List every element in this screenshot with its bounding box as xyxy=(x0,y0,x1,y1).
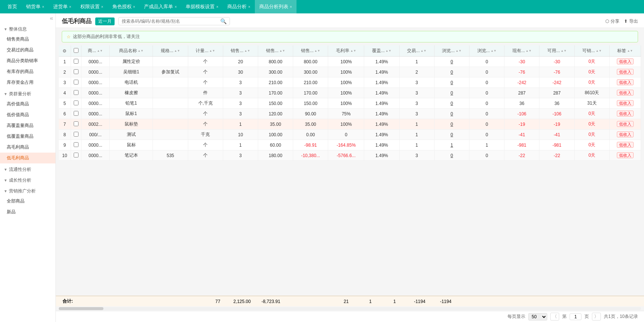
sidebar-item-销售类商品[interactable]: 销售类商品 xyxy=(0,34,55,45)
sidebar-item-库存资金占用[interactable]: 库存资金占用 xyxy=(0,77,55,88)
browse1-link[interactable]: 0 xyxy=(451,90,453,96)
horizontal-scrollbar[interactable] xyxy=(59,307,641,310)
cell-checkbox[interactable] xyxy=(71,98,81,109)
cell-browse1[interactable]: 0 xyxy=(434,119,469,130)
select-all-checkbox[interactable] xyxy=(74,48,79,53)
row-checkbox[interactable] xyxy=(74,153,79,157)
date-filter-tag[interactable]: 近一月 xyxy=(95,17,115,25)
nav-close-icon[interactable]: × xyxy=(216,5,218,9)
next-page-button[interactable]: 〉 xyxy=(592,313,601,321)
cell-browse1[interactable]: 0 xyxy=(434,98,469,109)
col-trade-count[interactable]: 交易...▲▼ xyxy=(399,45,434,57)
sidebar-item-高价值商品[interactable]: 高价值商品 xyxy=(0,99,55,109)
nav-close-icon[interactable]: × xyxy=(69,5,71,9)
nav-close-icon[interactable]: × xyxy=(42,5,44,9)
cell-checkbox[interactable] xyxy=(71,130,81,140)
browse1-link[interactable]: 0 xyxy=(451,111,453,117)
cell-browse1[interactable]: 0 xyxy=(434,77,469,88)
col-saleable[interactable]: 可销...▲▼ xyxy=(574,45,609,57)
search-input[interactable] xyxy=(122,19,220,24)
sidebar-group-流通性分析[interactable]: ▼流通性分析 xyxy=(0,163,55,174)
cell-checkbox[interactable] xyxy=(71,140,81,150)
nav-item-权限设置[interactable]: 权限设置× xyxy=(76,0,108,13)
sidebar-item-交易过的商品[interactable]: 交易过的商品 xyxy=(0,45,55,55)
sidebar-group-整体信息[interactable]: ▼整体信息 xyxy=(0,23,55,34)
cell-browse1[interactable]: 0 xyxy=(434,57,469,67)
browse1-link[interactable]: 0 xyxy=(451,59,453,64)
nav-item-产成品入库单[interactable]: 产成品入库单× xyxy=(140,0,181,13)
sidebar-item-低毛利商品[interactable]: 低毛利商品 xyxy=(0,153,55,163)
col-tag[interactable]: 标签▲▼ xyxy=(609,45,641,57)
export-button[interactable]: ⬆ 导出 xyxy=(624,18,638,25)
cell-checkbox[interactable] xyxy=(71,77,81,88)
cell-browse1[interactable]: 0 xyxy=(434,67,469,77)
col-gross-rate[interactable]: 毛利率▲▼ xyxy=(328,45,364,57)
col-sales-price[interactable]: 销售...▲▼ xyxy=(258,45,293,57)
col-cover-rate[interactable]: 覆盖...▲▼ xyxy=(364,45,399,57)
col-code[interactable]: 商...▲▼ xyxy=(81,45,110,57)
sidebar-item-低价值商品[interactable]: 低价值商品 xyxy=(0,109,55,120)
scrollbar-thumb[interactable] xyxy=(59,307,103,310)
nav-close-icon[interactable]: × xyxy=(290,5,292,9)
sidebar-item-商品分类助销率[interactable]: 商品分类助销率 xyxy=(0,55,55,66)
cell-checkbox[interactable] xyxy=(71,150,81,161)
cell-checkbox[interactable] xyxy=(71,88,81,98)
row-checkbox[interactable] xyxy=(74,121,79,126)
col-browse2[interactable]: 浏览...▲▼ xyxy=(469,45,504,57)
nav-item-销货单[interactable]: 销货单× xyxy=(22,0,49,13)
cell-checkbox[interactable] xyxy=(71,119,81,130)
col-checkbox[interactable] xyxy=(71,45,81,57)
nav-item-首页[interactable]: 首页 xyxy=(3,0,22,13)
col-unit[interactable]: 计量...▲▼ xyxy=(188,45,223,57)
col-browse1[interactable]: 浏览...▲▼ xyxy=(434,45,469,57)
nav-item-商品分析列表[interactable]: 商品分析列表× xyxy=(255,0,297,13)
settings-icon[interactable]: ⚙ xyxy=(63,48,67,54)
cell-browse1[interactable]: 1 xyxy=(434,140,469,150)
col-available[interactable]: 可用...▲▼ xyxy=(539,45,574,57)
row-checkbox[interactable] xyxy=(74,111,79,116)
sidebar-group-成长性分析[interactable]: ▼成长性分析 xyxy=(0,174,55,185)
cell-browse1[interactable]: 0 xyxy=(434,130,469,140)
nav-close-icon[interactable]: × xyxy=(101,5,103,9)
col-settings[interactable]: ⚙ xyxy=(59,45,71,57)
row-checkbox[interactable] xyxy=(74,101,79,105)
page-input[interactable] xyxy=(570,313,581,320)
browse1-link[interactable]: 0 xyxy=(451,122,453,127)
nav-item-单据模板设置[interactable]: 单据模板设置× xyxy=(181,0,223,13)
row-checkbox[interactable] xyxy=(74,59,79,64)
col-sales-count[interactable]: 销售...▲▼ xyxy=(223,45,258,57)
cell-browse1[interactable]: 0 xyxy=(434,150,469,161)
prev-page-button[interactable]: 〈 xyxy=(550,313,559,321)
browse1-link[interactable]: 0 xyxy=(451,153,453,158)
sidebar-group-营销推广分析[interactable]: ▼营销推广分析 xyxy=(0,185,55,196)
sidebar-group-类群量分析[interactable]: ▼类群量分析 xyxy=(0,88,55,99)
col-sales-profit[interactable]: 销售...▲▼ xyxy=(293,45,328,57)
search-box[interactable]: 🔍 xyxy=(118,17,230,25)
sidebar-item-全部商品[interactable]: 全部商品 xyxy=(0,196,55,207)
sidebar-item-高毛利商品[interactable]: 高毛利商品 xyxy=(0,142,55,153)
browse1-link[interactable]: 1 xyxy=(451,143,453,148)
browse1-link[interactable]: 0 xyxy=(451,70,453,75)
cell-checkbox[interactable] xyxy=(71,109,81,119)
cell-checkbox[interactable] xyxy=(71,57,81,67)
per-page-select[interactable]: 50 100 xyxy=(528,313,547,321)
browse1-link[interactable]: 0 xyxy=(451,80,453,85)
col-spec[interactable]: 规格...▲▼ xyxy=(153,45,188,57)
sidebar-item-低覆盖量商品[interactable]: 低覆盖量商品 xyxy=(0,131,55,142)
browse1-link[interactable]: 0 xyxy=(451,132,453,137)
col-name[interactable]: 商品名称▲▼ xyxy=(110,45,153,57)
sidebar-item-高覆盖量商品[interactable]: 高覆盖量商品 xyxy=(0,120,55,131)
cell-browse1[interactable]: 0 xyxy=(434,88,469,98)
row-checkbox[interactable] xyxy=(74,142,79,147)
cell-browse1[interactable]: 0 xyxy=(434,109,469,119)
col-current-stock[interactable]: 现有...▲▼ xyxy=(504,45,539,57)
cell-checkbox[interactable] xyxy=(71,67,81,77)
share-button[interactable]: ⬡ 分享 xyxy=(605,18,619,25)
sidebar-item-新品[interactable]: 新品 xyxy=(0,207,55,217)
sidebar-item-有库存的商品[interactable]: 有库存的商品 xyxy=(0,66,55,77)
nav-item-进货单[interactable]: 进货单× xyxy=(49,0,76,13)
row-checkbox[interactable] xyxy=(74,80,79,85)
nav-close-icon[interactable]: × xyxy=(174,5,177,9)
row-checkbox[interactable] xyxy=(74,90,79,95)
data-table-wrapper[interactable]: ⚙ 商...▲▼ 商品名称▲▼ 规格...▲▼ 计量...▲▼ 销售...▲▼ … xyxy=(59,45,641,296)
